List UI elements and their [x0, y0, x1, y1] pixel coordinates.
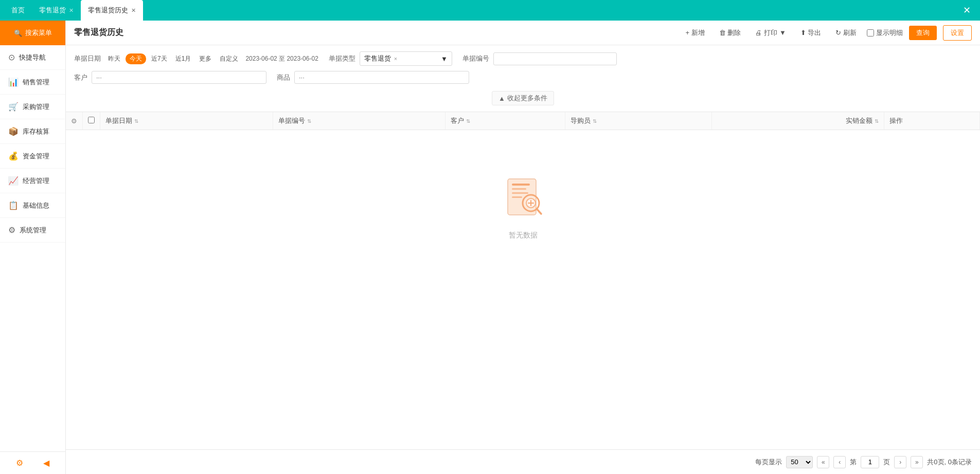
doc-type-select[interactable]: 零售退货 × ▼ — [360, 51, 452, 66]
new-button[interactable]: + 新增 — [681, 26, 708, 40]
last-page-button[interactable]: » — [911, 456, 923, 468]
finance-icon: 💰 — [8, 151, 19, 161]
prev-page-button[interactable]: ‹ — [833, 456, 846, 468]
date-1month[interactable]: 近1月 — [172, 53, 194, 64]
sort-amount-icon[interactable]: ⇅ — [875, 118, 879, 124]
date-more[interactable]: 更多 — [196, 53, 215, 64]
operations-icon: 📈 — [8, 176, 19, 186]
sidebar-item-label: 快捷导航 — [19, 53, 46, 62]
sidebar: 🔍 搜索菜单 ⊙ 快捷导航 📊 销售管理 🛒 采购管理 📦 库存核算 💰 资金管… — [0, 21, 66, 474]
svg-rect-2 — [512, 188, 526, 190]
delete-button[interactable]: 🗑 删除 — [715, 26, 745, 40]
svg-rect-1 — [512, 184, 530, 186]
table-header-row: ⚙ 单据日期 ⇅ 单据编号 — [66, 112, 980, 130]
th-customer: 客户 ⇅ — [446, 112, 565, 130]
sort-guide-icon[interactable]: ⇅ — [593, 118, 597, 124]
sidebar-item-basic-info[interactable]: 📋 基础信息 — [0, 193, 65, 218]
first-page-button[interactable]: « — [817, 456, 829, 468]
tab-retail-return-close[interactable]: ✕ — [69, 7, 74, 14]
sidebar-settings-button[interactable]: ⚙ — [16, 458, 23, 468]
date-7days[interactable]: 近7天 — [148, 53, 170, 64]
inventory-icon: 📦 — [8, 126, 19, 136]
doc-no-label: 单据编号 — [462, 54, 489, 63]
filter-area: 单据日期 昨天 今天 近7天 近1月 更多 自定义 2023-06-02 至 2… — [66, 45, 980, 112]
sidebar-item-finance[interactable]: 💰 资金管理 — [0, 144, 65, 169]
sort-doc-no-icon[interactable]: ⇅ — [307, 118, 311, 124]
sidebar-search[interactable]: 🔍 搜索菜单 — [0, 21, 65, 45]
sidebar-item-label: 基础信息 — [23, 201, 49, 210]
th-guide: 导购员 ⇅ — [565, 112, 711, 130]
sidebar-bottom: ⚙ ◀ — [0, 451, 65, 474]
sort-customer-icon[interactable]: ⇅ — [466, 118, 470, 124]
date-custom[interactable]: 自定义 — [217, 53, 241, 64]
sidebar-item-quick-nav[interactable]: ⊙ 快捷导航 — [0, 45, 65, 70]
sidebar-item-purchase[interactable]: 🛒 采购管理 — [0, 95, 65, 119]
th-doc-date: 单据日期 ⇅ — [100, 112, 273, 130]
collapse-button[interactable]: ▲ 收起更多条件 — [492, 91, 554, 105]
per-page-select[interactable]: 50 100 200 — [786, 456, 813, 468]
customer-label: 客户 — [74, 73, 87, 82]
page-header: 零售退货历史 + 新增 🗑 删除 🖨 打印 ▼ ⬆ 导出 ↻ 刷新 — [66, 21, 980, 45]
search-icon: 🔍 — [14, 29, 22, 37]
filter-row-2: 客户 商品 — [74, 71, 972, 84]
date-options: 昨天 今天 近7天 近1月 更多 自定义 — [105, 53, 241, 64]
date-filter-label: 单据日期 — [74, 54, 101, 63]
window-close-button[interactable]: ✕ — [958, 5, 976, 16]
th-doc-date-label: 单据日期 — [105, 116, 132, 125]
sidebar-item-label: 库存核算 — [23, 127, 49, 136]
sidebar-search-label: 搜索菜单 — [25, 28, 52, 38]
top-bar: 首页 零售退货 ✕ 零售退货历史 ✕ ✕ — [0, 0, 980, 21]
filter-row-1: 单据日期 昨天 今天 近7天 近1月 更多 自定义 2023-06-02 至 2… — [74, 51, 972, 66]
doc-type-filter: 单据类型 零售退货 × ▼ — [329, 51, 452, 66]
purchase-icon: 🛒 — [8, 102, 19, 112]
empty-state: 暂无数据 — [66, 130, 980, 281]
display-detail-checkbox-label[interactable]: 显示明细 — [867, 28, 903, 38]
print-button[interactable]: 🖨 打印 ▼ — [751, 26, 790, 40]
sidebar-item-label: 经营管理 — [23, 176, 49, 186]
tab-home[interactable]: 首页 — [4, 0, 32, 21]
th-amount-label: 实销金额 — [846, 116, 872, 125]
export-button[interactable]: ⬆ 导出 — [796, 26, 826, 40]
sidebar-item-label: 销售管理 — [23, 78, 49, 87]
th-settings: ⚙ — [66, 112, 83, 130]
sidebar-item-sales[interactable]: 📊 销售管理 — [0, 70, 65, 95]
setting-button[interactable]: 设置 — [943, 25, 972, 41]
sidebar-item-operations[interactable]: 📈 经营管理 — [0, 169, 65, 193]
sidebar-item-inventory[interactable]: 📦 库存核算 — [0, 119, 65, 144]
tab-retail-return[interactable]: 零售退货 ✕ — [32, 0, 81, 21]
data-table: ⚙ 单据日期 ⇅ 单据编号 — [66, 112, 980, 130]
tab-retail-return-history[interactable]: 零售退货历史 ✕ — [81, 0, 143, 21]
sort-doc-date-icon[interactable]: ⇅ — [134, 118, 138, 124]
goods-input[interactable] — [294, 71, 469, 84]
doc-type-label: 单据类型 — [329, 54, 355, 63]
pagination: 每页显示 50 100 200 « ‹ 第 页 › » 共0页, 0条记录 — [66, 449, 980, 474]
table-header: ⚙ 单据日期 ⇅ 单据编号 — [66, 112, 980, 130]
content-area: 零售退货历史 + 新增 🗑 删除 🖨 打印 ▼ ⬆ 导出 ↻ 刷新 — [66, 21, 980, 474]
customer-input[interactable] — [92, 71, 266, 84]
sidebar-toggle-button[interactable]: ◀ — [43, 458, 49, 468]
select-all-checkbox[interactable] — [88, 117, 95, 123]
date-yesterday[interactable]: 昨天 — [105, 53, 123, 64]
gear-icon[interactable]: ⚙ — [71, 117, 77, 125]
doc-type-tag-close[interactable]: × — [394, 56, 397, 62]
th-customer-label: 客户 — [451, 116, 464, 125]
next-page-button[interactable]: › — [894, 456, 906, 468]
th-guide-label: 导购员 — [571, 116, 591, 125]
refresh-button[interactable]: ↻ 刷新 — [831, 26, 861, 40]
per-page-label: 每页显示 — [755, 458, 782, 467]
date-filter: 单据日期 昨天 今天 近7天 近1月 更多 自定义 2023-06-02 至 2… — [74, 53, 318, 64]
sidebar-item-system[interactable]: ⚙ 系统管理 — [0, 218, 65, 243]
toolbar: + 新增 🗑 删除 🖨 打印 ▼ ⬆ 导出 ↻ 刷新 显示明细 — [681, 25, 972, 41]
page-unit: 页 — [883, 458, 890, 467]
system-icon: ⚙ — [8, 225, 15, 235]
display-detail-checkbox[interactable] — [867, 29, 874, 37]
doc-type-dropdown-icon: ▼ — [441, 55, 448, 63]
tab-retail-return-history-close[interactable]: ✕ — [131, 7, 136, 14]
date-today[interactable]: 今天 — [126, 53, 146, 64]
query-button[interactable]: 查询 — [909, 26, 937, 40]
page-input[interactable] — [861, 456, 879, 468]
th-action: 操作 — [884, 112, 980, 130]
doc-no-input[interactable] — [493, 52, 617, 65]
th-doc-no-label: 单据编号 — [278, 116, 305, 125]
empty-icon — [497, 171, 549, 223]
